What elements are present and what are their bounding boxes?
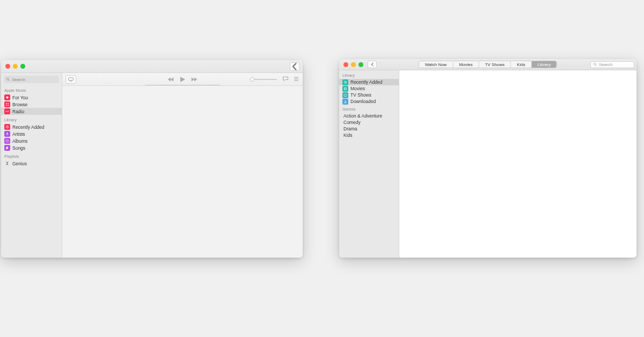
queue-button[interactable] (293, 76, 299, 83)
close-button[interactable] (343, 62, 348, 67)
svg-rect-22 (344, 94, 347, 96)
sidebar-genre-kids[interactable]: Kids (339, 132, 399, 138)
svg-rect-11 (69, 77, 74, 80)
tab-bar: Watch Now Movies TV Shows Kids Library (419, 61, 557, 68)
window-controls (1, 64, 25, 69)
sidebar-item-label: Recently Added (12, 124, 45, 130)
film-icon (342, 86, 348, 92)
monitor-icon (68, 77, 74, 82)
previous-button[interactable] (167, 77, 174, 82)
sidebar-section-library: Library (1, 115, 62, 123)
chevron-left-icon (290, 62, 299, 71)
lyrics-button[interactable] (282, 76, 289, 83)
music-titlebar (1, 60, 303, 73)
clock-icon (342, 79, 348, 85)
minimize-button[interactable] (13, 64, 18, 69)
search-placeholder: Search (599, 62, 612, 67)
grid-icon (4, 101, 10, 107)
tab-movies[interactable]: Movies (453, 61, 479, 68)
sidebar-item-for-you[interactable]: For You (1, 94, 62, 101)
clock-icon (4, 124, 10, 130)
svg-rect-19 (344, 87, 346, 90)
music-note-icon (4, 145, 10, 151)
sidebar-item-label: Songs (12, 145, 25, 151)
playback-controls (167, 76, 197, 83)
sidebar-item-genius[interactable]: Genius (1, 160, 62, 167)
sidebar-item-label: Downloaded (350, 99, 376, 104)
svg-line-17 (596, 65, 597, 66)
download-icon (342, 99, 348, 105)
music-app-window: Search Apple Music For You Browse Radio … (1, 60, 303, 258)
svg-point-16 (594, 63, 596, 65)
svg-point-10 (7, 141, 8, 141)
chevron-left-icon (370, 62, 375, 67)
tab-watch-now[interactable]: Watch Now (419, 61, 453, 68)
back-button[interactable] (290, 62, 299, 71)
sidebar-item-label: Browse (12, 102, 27, 107)
svg-rect-3 (8, 103, 9, 104)
next-button[interactable] (191, 77, 197, 82)
genius-icon (4, 160, 10, 166)
sidebar-item-label: TV Shows (350, 92, 371, 98)
sidebar-item-downloaded[interactable]: Downloaded (339, 98, 399, 105)
sidebar-item-recently-added[interactable]: Recently Added (339, 79, 399, 85)
sidebar-item-label: For You (12, 95, 28, 100)
minimize-button[interactable] (351, 62, 356, 67)
sidebar-item-label: Artists (12, 131, 25, 137)
album-icon (4, 138, 10, 144)
sidebar-section-apple-music: Apple Music (1, 85, 62, 94)
svg-point-0 (6, 78, 9, 80)
svg-rect-5 (8, 105, 9, 106)
svg-line-1 (9, 80, 10, 81)
sidebar-item-movies[interactable]: Movies (339, 85, 399, 92)
heart-icon (4, 94, 10, 100)
sidebar-genre-comedy[interactable]: Comedy (339, 119, 399, 126)
sidebar-item-label: Recently Added (350, 79, 383, 85)
tab-kids[interactable]: Kids (511, 61, 532, 68)
speech-bubble-icon (282, 76, 289, 82)
sidebar-item-label: Radio (12, 109, 24, 114)
sidebar-item-label: Albums (12, 138, 27, 144)
tv-icon (342, 92, 348, 98)
sidebar-item-recently-added[interactable]: Recently Added (1, 123, 62, 130)
sidebar-genre-action[interactable]: Action & Adventure (339, 113, 399, 119)
sidebar-item-radio[interactable]: Radio (1, 108, 62, 115)
svg-rect-2 (6, 103, 7, 104)
tv-titlebar: Watch Now Movies TV Shows Kids Library S… (339, 59, 636, 70)
sidebar-genre-drama[interactable]: Drama (339, 126, 399, 132)
music-sidebar: Search Apple Music For You Browse Radio … (1, 73, 62, 258)
zoom-button[interactable] (20, 64, 25, 69)
volume-slider[interactable] (250, 79, 277, 80)
sidebar-section-playlists: Playlists (1, 151, 62, 160)
sidebar-item-albums[interactable]: Albums (1, 137, 62, 144)
tv-app-window: Watch Now Movies TV Shows Kids Library S… (339, 59, 636, 258)
svg-rect-8 (7, 133, 8, 134)
back-button[interactable] (368, 61, 377, 68)
search-icon (6, 77, 10, 82)
mic-icon (4, 131, 10, 137)
svg-rect-4 (6, 105, 7, 106)
progress-bar[interactable] (145, 85, 220, 85)
music-content-area (62, 73, 303, 258)
sidebar-item-label: Movies (350, 86, 365, 91)
search-input[interactable]: Search (590, 61, 634, 68)
sidebar-section-genres: Genres (339, 105, 399, 113)
sidebar-item-browse[interactable]: Browse (1, 101, 62, 108)
sidebar-item-songs[interactable]: Songs (1, 144, 62, 151)
tab-tv-shows[interactable]: TV Shows (479, 61, 511, 68)
search-placeholder: Search (12, 77, 25, 82)
sidebar-item-tv-shows[interactable]: TV Shows (339, 92, 399, 98)
play-button[interactable] (179, 76, 186, 83)
close-button[interactable] (5, 64, 10, 69)
sidebar-item-label: Genius (12, 161, 27, 166)
search-input[interactable]: Search (4, 76, 59, 83)
zoom-button[interactable] (358, 62, 363, 67)
tab-library[interactable]: Library (532, 61, 557, 68)
radio-icon (4, 108, 10, 114)
sidebar-item-artists[interactable]: Artists (1, 130, 62, 137)
window-controls (339, 62, 363, 67)
svg-point-6 (7, 111, 8, 112)
list-icon (293, 76, 299, 82)
devices-button[interactable] (65, 75, 76, 84)
search-icon (593, 62, 597, 67)
